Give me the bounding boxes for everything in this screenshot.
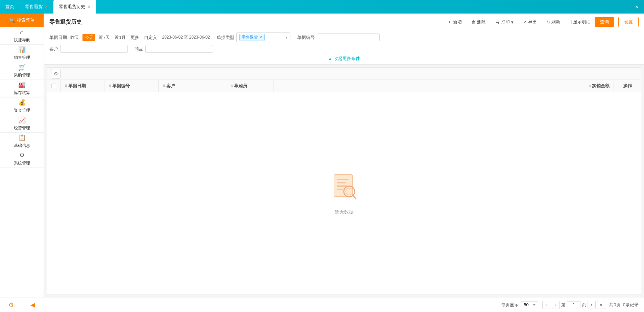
goods-filter: 商品 ... bbox=[135, 45, 213, 53]
sidebar-item-label: 资金管理 bbox=[14, 108, 30, 113]
svg-rect-4 bbox=[337, 189, 343, 190]
sort-order-num-icon: ⇅ bbox=[109, 84, 111, 88]
goods-placeholder: ... bbox=[148, 46, 152, 51]
show-detail-checkbox[interactable] bbox=[567, 20, 572, 24]
collapse-icon: ▲ bbox=[328, 56, 332, 61]
date-opt-custom[interactable]: 自定义 bbox=[143, 34, 159, 41]
empty-state: 暂无数据 bbox=[47, 92, 641, 294]
table-container: ⚙ ⇅ 单据日期 ⇅ 单据编号 ⇅ 客户 bbox=[47, 67, 641, 294]
settings-button[interactable]: 设置 bbox=[618, 17, 639, 27]
sidebar-settings-icon[interactable]: ⚙ bbox=[8, 301, 14, 309]
type-tag-label: 零售退货 bbox=[242, 35, 258, 40]
sidebar-item-label: 基础信息 bbox=[14, 143, 30, 149]
page-first-btn[interactable]: « bbox=[542, 301, 550, 309]
type-filter: 单据类型 零售退货 ✕ ▾ bbox=[217, 32, 290, 42]
svg-rect-2 bbox=[337, 182, 346, 183]
add-button[interactable]: ＋ 新增 bbox=[445, 18, 464, 26]
tab-home-label: 首页 bbox=[5, 4, 14, 10]
th-customer-label: 客户 bbox=[166, 83, 175, 89]
tab-retail-return-history-close[interactable]: ✕ bbox=[87, 4, 91, 9]
customer-select[interactable]: ... bbox=[60, 45, 128, 53]
page-prev-btn[interactable]: ‹ bbox=[552, 301, 560, 309]
print-button[interactable]: 🖨 打印 ▾ bbox=[493, 18, 516, 26]
page-size-select: 每页显示 20 50 100 bbox=[501, 301, 538, 308]
th-amount[interactable]: ⇅ 实销金额 bbox=[273, 80, 614, 92]
add-label: 新增 bbox=[453, 19, 462, 25]
page-last-btn[interactable]: » bbox=[597, 301, 605, 309]
sidebar-item-inventory[interactable]: 🏭 库存核算 bbox=[0, 80, 44, 97]
sidebar-collapse-icon[interactable]: ◀ bbox=[30, 301, 35, 309]
svg-point-6 bbox=[346, 188, 353, 195]
sort-guide-icon: ⇅ bbox=[230, 84, 233, 88]
goods-select[interactable]: ... bbox=[145, 45, 213, 53]
sidebar-item-label: 经营管理 bbox=[14, 125, 30, 131]
type-select[interactable]: 零售退货 ✕ ▾ bbox=[236, 32, 290, 42]
sort-date-icon: ⇅ bbox=[65, 84, 67, 88]
empty-icon bbox=[327, 171, 361, 205]
th-date[interactable]: ⇅ 单据日期 bbox=[61, 80, 104, 92]
tab-retail-return[interactable]: 零售退货 ✕ bbox=[20, 0, 53, 14]
header-checkbox[interactable] bbox=[51, 84, 56, 88]
sales-mgmt-icon: 📊 bbox=[18, 46, 26, 53]
page-input[interactable] bbox=[567, 301, 580, 308]
sidebar-item-purchase-mgmt[interactable]: 🛒 采购管理 bbox=[0, 62, 44, 80]
customer-placeholder: ... bbox=[63, 46, 67, 51]
page-size-dropdown[interactable]: 20 50 100 bbox=[521, 301, 538, 308]
date-opt-today[interactable]: 今天 bbox=[82, 34, 95, 41]
th-action: 操作 bbox=[614, 80, 641, 92]
page-next-btn[interactable]: › bbox=[588, 301, 596, 309]
order-num-label: 单据编号 bbox=[297, 35, 315, 41]
svg-rect-1 bbox=[337, 179, 349, 180]
date-opt-last1m[interactable]: 近1月 bbox=[113, 34, 127, 41]
content-area: 零售退货历史 ＋ 新增 🗑 删除 🖨 打印 ▾ bbox=[44, 14, 644, 312]
sidebar-item-label: 采购管理 bbox=[14, 72, 30, 78]
tab-retail-return-label: 零售退货 bbox=[25, 4, 43, 10]
svg-line-7 bbox=[353, 196, 356, 199]
sidebar-item-system[interactable]: ⚙ 系统管理 bbox=[0, 150, 44, 168]
sidebar-item-basic-info[interactable]: 📋 基础信息 bbox=[0, 133, 44, 150]
refresh-icon: ↻ bbox=[546, 20, 550, 25]
print-label: 打印 bbox=[501, 19, 510, 25]
th-amount-label: 实销金额 bbox=[592, 83, 610, 89]
window-close-btn[interactable]: ✕ bbox=[635, 4, 644, 9]
total-info: 共0页, 0条记录 bbox=[609, 302, 639, 308]
query-button[interactable]: 查询 bbox=[595, 17, 614, 27]
date-opt-last7[interactable]: 近7天 bbox=[97, 34, 111, 41]
th-order-num[interactable]: ⇅ 单据编号 bbox=[104, 80, 159, 92]
th-customer[interactable]: ⇅ 客户 bbox=[159, 80, 226, 92]
sidebar-item-label: 库存核算 bbox=[14, 90, 30, 96]
export-button[interactable]: ↗ 导出 bbox=[520, 18, 540, 26]
tab-retail-return-close[interactable]: ✕ bbox=[45, 4, 48, 9]
sidebar-item-business[interactable]: 📈 经营管理 bbox=[0, 115, 44, 133]
type-select-dropdown-icon: ▾ bbox=[286, 36, 287, 39]
sidebar-bottom: ⚙ ◀ bbox=[0, 297, 44, 312]
page-label: 第 bbox=[561, 302, 566, 308]
show-detail-toggle[interactable]: 显示明细 bbox=[567, 19, 591, 25]
date-opt-more[interactable]: 更多 bbox=[129, 34, 141, 41]
tab-retail-return-history[interactable]: 零售退货历史 ✕ bbox=[53, 0, 96, 14]
tab-home[interactable]: 首页 bbox=[0, 0, 20, 14]
top-bar: 首页 零售退货 ✕ 零售退货历史 ✕ ✕ bbox=[0, 0, 644, 14]
table-toolbar: ⚙ bbox=[47, 68, 641, 80]
sidebar-search[interactable]: 🔍 搜索菜单 bbox=[0, 14, 44, 27]
table-settings-btn[interactable]: ⚙ bbox=[51, 69, 61, 79]
sidebar-item-quick-nav[interactable]: ⌂ 快捷导航 bbox=[0, 27, 44, 45]
th-order-num-label: 单据编号 bbox=[112, 83, 130, 89]
order-num-input[interactable] bbox=[317, 34, 380, 41]
collapse-filter-btn[interactable]: ▲ 收起更多条件 bbox=[49, 55, 639, 62]
date-filter: 单据日期 昨天 今天 近7天 近1月 更多 自定义 2023-06-02 至 2… bbox=[49, 34, 210, 41]
customer-filter: 客户 ... bbox=[49, 45, 128, 53]
type-tag-remove[interactable]: ✕ bbox=[259, 35, 262, 40]
purchase-mgmt-icon: 🛒 bbox=[18, 64, 26, 71]
sidebar-item-sales-mgmt[interactable]: 📊 销售管理 bbox=[0, 45, 44, 62]
sidebar-item-label: 快捷导航 bbox=[14, 37, 30, 43]
refresh-button[interactable]: ↻ 刷新 bbox=[544, 18, 563, 26]
svg-rect-3 bbox=[337, 185, 348, 187]
sidebar-item-finance[interactable]: 💰 资金管理 bbox=[0, 97, 44, 115]
export-icon: ↗ bbox=[523, 20, 527, 25]
date-opt-yesterday[interactable]: 昨天 bbox=[69, 34, 80, 41]
delete-button[interactable]: 🗑 删除 bbox=[469, 18, 488, 26]
th-guide[interactable]: ⇅ 导购员 bbox=[226, 80, 273, 92]
empty-text: 暂无数据 bbox=[335, 209, 354, 215]
search-icon: 🔍 bbox=[9, 18, 15, 23]
